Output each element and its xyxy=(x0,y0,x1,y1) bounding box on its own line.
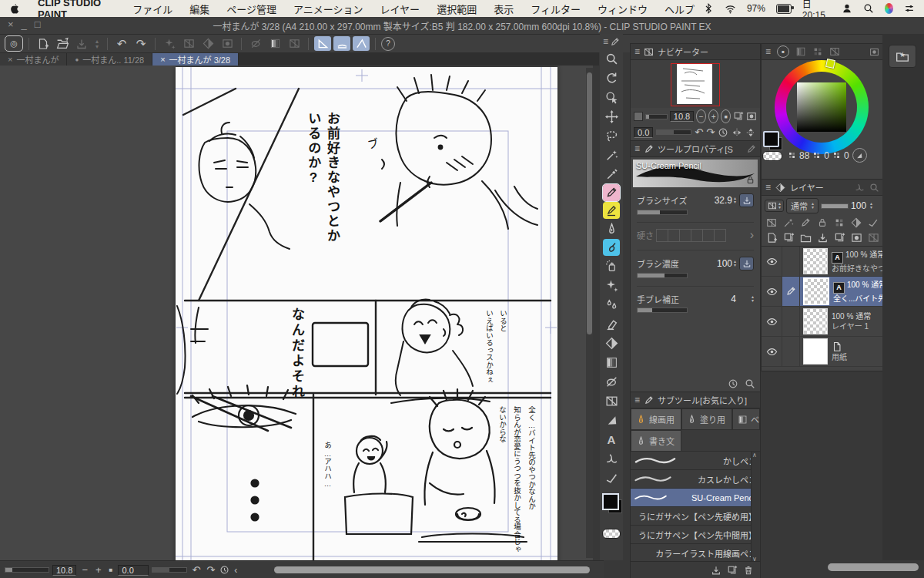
transparent-swatch[interactable] xyxy=(762,151,782,161)
selection-fill-button[interactable] xyxy=(266,36,283,51)
spotlight-search-icon[interactable] xyxy=(863,3,874,14)
layer-search-tab-icon[interactable] xyxy=(869,183,879,193)
tab-close-icon[interactable]: × xyxy=(8,55,12,64)
color-slider-tab-icon[interactable] xyxy=(795,46,806,57)
marker-tool[interactable] xyxy=(603,202,620,219)
stabilization-slider[interactable] xyxy=(637,307,688,313)
tab-close-icon[interactable]: × xyxy=(160,55,165,64)
statusbar-zoom-out[interactable]: − xyxy=(79,564,90,576)
navigator-preview[interactable] xyxy=(631,60,760,108)
subtool-group-lettering[interactable]: 書き文 xyxy=(631,430,681,452)
dock-scrollbar-thumb[interactable] xyxy=(828,563,919,571)
layer-visible-eye-icon[interactable] xyxy=(762,316,782,328)
line-correction-tool[interactable] xyxy=(602,469,621,487)
brush-density-value[interactable]: 100 xyxy=(717,258,732,269)
navigator-zoom-value[interactable]: 10.8 xyxy=(670,111,694,122)
layer-name[interactable]: レイヤー 1 xyxy=(832,321,883,331)
value-value[interactable]: 0 xyxy=(844,150,849,161)
brush-size-slider[interactable] xyxy=(637,210,688,215)
stabilization-stepper[interactable]: ▴▾ xyxy=(752,295,754,303)
clip-to-layer-below-icon[interactable] xyxy=(766,217,777,228)
brush-density-stepper[interactable]: ▴▾ xyxy=(734,260,736,267)
layer-name[interactable]: 用紙 xyxy=(832,352,883,362)
new-folder-icon[interactable] xyxy=(800,232,812,244)
brush-list-scrollbar[interactable]: ∧ ∨ xyxy=(751,452,760,563)
ruler-range-icon[interactable] xyxy=(868,217,879,228)
layer-visible-eye-icon[interactable] xyxy=(762,346,782,358)
deselect-button[interactable] xyxy=(161,36,178,51)
menu-layer[interactable]: レイヤー xyxy=(372,2,429,16)
color-history-tab-icon[interactable] xyxy=(829,46,840,57)
tool-palette-menu-icon[interactable]: ≡ xyxy=(603,36,608,47)
wifi-icon[interactable] xyxy=(725,3,736,15)
tab-ichimura-manga[interactable]: × 一村まんが xyxy=(0,53,67,66)
duplicate-subtool-icon[interactable] xyxy=(727,565,738,576)
hue-ring-selector[interactable] xyxy=(825,59,835,69)
zoom-in-button[interactable]: + xyxy=(708,109,718,123)
siri-icon[interactable] xyxy=(885,3,893,14)
menu-file[interactable]: ファイル xyxy=(124,2,181,16)
color-panel-menu-icon[interactable]: ≡ xyxy=(765,46,771,57)
navigator-zoom-slider[interactable] xyxy=(645,114,668,119)
reset-rotation-button[interactable] xyxy=(718,127,728,138)
subtool-menu-icon[interactable]: ≡ xyxy=(634,395,640,405)
menu-animation[interactable]: アニメーション xyxy=(285,2,371,16)
tab-ichimura-3-28-active[interactable]: × 一村まんが 3/28 xyxy=(152,53,239,66)
blend-mode-dropdown[interactable]: 通常 ▴▾ xyxy=(786,198,819,213)
color-panel-dropdown-icon[interactable] xyxy=(869,47,879,57)
figure-tool[interactable] xyxy=(602,372,621,391)
saturation-value-square[interactable] xyxy=(797,82,846,132)
layer-edit-column[interactable] xyxy=(782,247,800,276)
brush-item-color-illust-pen[interactable]: カラーイラスト用線画ペン xyxy=(631,544,760,563)
menu-view[interactable]: 表示 xyxy=(485,2,522,16)
layer-name[interactable]: お前好きなやつとか xyxy=(832,264,883,274)
open-file-button[interactable] xyxy=(54,36,71,51)
hardness-segments[interactable] xyxy=(657,229,726,242)
statusbar-rotate-left[interactable]: ↶ xyxy=(190,564,202,576)
subtool-group-painting[interactable]: 塗り用 xyxy=(681,408,732,430)
layer-row-text-1[interactable]: A100 % 通常 お前好きなやつとか xyxy=(762,247,883,277)
reference-layer-icon[interactable] xyxy=(783,217,794,228)
layer-thumbnail[interactable] xyxy=(803,338,828,365)
layers-menu-icon[interactable]: ≡ xyxy=(765,182,771,193)
reselect-button[interactable] xyxy=(180,36,197,51)
redo-button[interactable]: ↷ xyxy=(132,36,149,51)
gradient-tool[interactable] xyxy=(602,353,621,371)
layer-edit-column[interactable] xyxy=(782,307,800,336)
text-tool[interactable]: A xyxy=(602,430,621,449)
statusbar-rotation-value[interactable]: 0.0 xyxy=(118,565,149,576)
crop-button[interactable] xyxy=(219,36,236,51)
layer-row-text-2-selected[interactable]: A100 % 通常 全く...バイト先のや xyxy=(762,277,883,307)
eyedropper-tool[interactable] xyxy=(602,165,621,183)
main-color-swatch-selected[interactable] xyxy=(763,131,779,147)
navigator-rotation-value[interactable]: 0.0 xyxy=(634,127,653,138)
statusbar-zoom-value[interactable]: 10.8 xyxy=(52,565,76,576)
frame-border-tool[interactable] xyxy=(602,391,621,410)
clip-logo-button[interactable]: ◎ xyxy=(5,35,23,52)
brush-density-slider[interactable] xyxy=(637,273,688,278)
polyline-tool[interactable] xyxy=(602,411,621,429)
user-icon[interactable] xyxy=(842,3,852,14)
import-subtool-icon[interactable] xyxy=(711,565,721,576)
snap-to-ruler-button[interactable] xyxy=(314,36,331,51)
save-button[interactable] xyxy=(73,36,90,51)
stabilization-value[interactable]: 4 xyxy=(731,294,736,304)
brush-size-stepper[interactable]: ▴▾ xyxy=(734,197,736,204)
layer-row-raster-1[interactable]: 100 % 通常 レイヤー 1 xyxy=(762,307,883,337)
layer-row-paper[interactable]: 用紙 xyxy=(762,337,883,367)
layer-property-tab-icon[interactable] xyxy=(855,183,865,193)
dual-view-button[interactable] xyxy=(733,111,744,122)
layer-thumbnail[interactable] xyxy=(803,248,828,274)
flip-horizontal-button[interactable] xyxy=(732,127,742,138)
canvas-viewport[interactable]: お前好きなやつとか いるのか? ブ なんだよそれ いると いえばいるっスかねぇ … xyxy=(0,66,593,560)
menu-selection[interactable]: 選択範囲 xyxy=(428,2,485,16)
saturation-value[interactable]: 0 xyxy=(824,150,829,161)
balloon-tool[interactable] xyxy=(602,449,621,468)
brush-size-value[interactable]: 32.9 xyxy=(715,195,732,206)
brush-item-unigasa-mid[interactable]: うにガサペン【ペン先中間用】 xyxy=(631,526,760,544)
statusbar-zoom-slider[interactable] xyxy=(5,567,49,573)
blend-tool[interactable] xyxy=(602,334,621,352)
auto-select-tool[interactable] xyxy=(602,146,621,164)
pencil-tool-selected[interactable] xyxy=(603,184,620,201)
hardness-expand-arrow[interactable]: › xyxy=(750,228,754,242)
